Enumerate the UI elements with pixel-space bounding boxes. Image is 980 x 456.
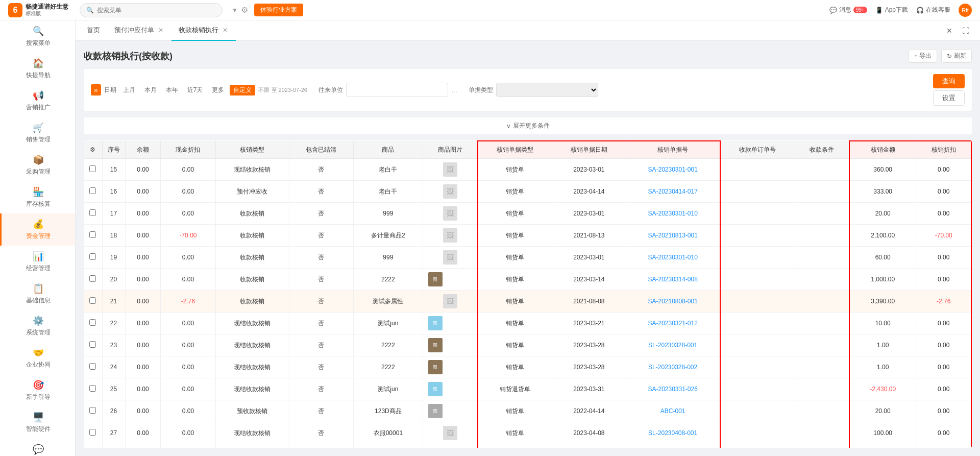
cell-bill-no[interactable]: SL-20230418-001	[626, 444, 720, 448]
row-checkbox[interactable]	[89, 187, 96, 194]
sidebar-item-sales[interactable]: 🛒 销售管理	[0, 117, 75, 149]
cell-bill-no[interactable]: SA-20230331-026	[626, 378, 720, 400]
bill-no-link[interactable]: SA-20230301-001	[648, 166, 697, 173]
date-btn-7days[interactable]: 近7天	[184, 85, 207, 95]
cell-checkbox[interactable]	[84, 313, 102, 334]
col-settings[interactable]: ⚙	[84, 141, 102, 159]
bill-no-link[interactable]: SL-20230328-001	[648, 342, 697, 349]
row-checkbox[interactable]	[89, 341, 96, 348]
cell-bill-no[interactable]: SA-20230301-010	[626, 203, 720, 225]
sidebar-item-quicknav[interactable]: 🏠 快捷导航	[0, 53, 75, 85]
dropdown-arrow[interactable]: ▼	[232, 7, 238, 14]
row-checkbox[interactable]	[89, 363, 96, 370]
bill-no-link[interactable]: SA-20230331-026	[648, 386, 697, 393]
cell-bill-no[interactable]: SA-20230314-008	[626, 269, 720, 291]
cell-bill-no[interactable]: ABC-001	[626, 400, 720, 422]
row-checkbox[interactable]	[89, 429, 96, 436]
sidebar-item-finance[interactable]: 💰 资金管理	[0, 213, 75, 246]
setting-btn[interactable]: 设置	[933, 90, 965, 106]
cell-checkbox[interactable]	[84, 444, 102, 448]
cell-bill-no[interactable]: SL-20230328-002	[626, 356, 720, 378]
tab-home[interactable]: 首页	[80, 20, 107, 41]
sidebar-item-hardware[interactable]: 🖥️ 智能硬件	[0, 406, 75, 439]
cell-bill-no[interactable]: SA-20230301-010	[626, 247, 720, 269]
sidebar-item-basic[interactable]: 📋 基础信息	[0, 278, 75, 310]
cell-checkbox[interactable]	[84, 356, 102, 378]
row-checkbox[interactable]	[89, 275, 96, 282]
sidebar-item-search[interactable]: 🔍 搜索菜单	[0, 20, 75, 53]
industry-btn[interactable]: 休验行业方案	[254, 4, 303, 16]
cell-bill-no[interactable]: SA-20210813-001	[626, 225, 720, 247]
cell-checkbox[interactable]	[84, 203, 102, 225]
user-avatar[interactable]: Rit	[959, 4, 972, 17]
bill-no-link[interactable]: SA-20230301-010	[648, 254, 697, 261]
sidebar-item-wechat[interactable]: 💬 企业微信	[0, 439, 75, 456]
message-btn[interactable]: 💬 消息 99+	[829, 6, 867, 14]
cell-checkbox[interactable]	[84, 181, 102, 203]
sidebar-item-guide[interactable]: 🎯 新手引导	[0, 374, 75, 406]
search-box[interactable]: 🔍	[80, 3, 223, 17]
date-btn-more[interactable]: 更多	[208, 85, 228, 95]
row-checkbox[interactable]	[89, 297, 96, 304]
cell-bill-no[interactable]: SA-20230321-012	[626, 313, 720, 334]
sidebar-item-marketing[interactable]: 📢 营销推广	[0, 85, 75, 117]
bill-type-select[interactable]	[496, 83, 598, 97]
settings-icon[interactable]: ⚙	[90, 146, 95, 153]
row-checkbox[interactable]	[89, 165, 96, 172]
cell-bill-no[interactable]: SA-20210808-001	[626, 291, 720, 313]
row-checkbox[interactable]	[89, 253, 96, 260]
cell-checkbox[interactable]	[84, 225, 102, 247]
row-checkbox[interactable]	[89, 407, 96, 414]
sidebar-item-system[interactable]: ⚙️ 系统管理	[0, 310, 75, 342]
cell-bill-no[interactable]: SL-20230328-001	[626, 334, 720, 356]
cell-checkbox[interactable]	[84, 378, 102, 400]
row-checkbox[interactable]	[89, 209, 96, 216]
sidebar-item-purchase[interactable]: 📦 采购管理	[0, 149, 75, 181]
cell-checkbox[interactable]	[84, 334, 102, 356]
tab-collection-close[interactable]: ✕	[222, 26, 229, 35]
tab-close-btn[interactable]: ✕	[943, 25, 955, 37]
expand-more-btn[interactable]: ∨ 展开更多条件	[501, 119, 555, 132]
partner-ellipsis[interactable]: ...	[451, 86, 457, 94]
settings-gear-icon[interactable]: ⚙	[241, 5, 248, 15]
search-input[interactable]	[97, 7, 216, 14]
date-btn-last-month[interactable]: 上月	[119, 85, 139, 95]
query-btn[interactable]: 查询	[933, 74, 965, 88]
export-btn[interactable]: ↑ 导出	[909, 49, 937, 63]
cell-bill-no[interactable]: SL-20230408-001	[626, 422, 720, 444]
partner-input[interactable]	[346, 83, 448, 97]
bill-no-link[interactable]: SA-20210808-001	[648, 298, 697, 305]
tab-restore-btn[interactable]: ⛶	[960, 25, 972, 37]
bill-no-link[interactable]: SA-20230301-010	[648, 210, 697, 217]
bill-no-link[interactable]: ABC-001	[660, 407, 685, 415]
cell-checkbox[interactable]	[84, 422, 102, 444]
filter-toggle-btn[interactable]: »	[91, 84, 101, 95]
date-btn-this-month[interactable]: 本月	[141, 85, 160, 95]
bill-no-link[interactable]: SL-20230408-001	[648, 429, 697, 437]
cell-bill-no[interactable]: SA-20230414-017	[626, 181, 720, 203]
date-btn-this-year[interactable]: 本年	[162, 85, 182, 95]
bill-no-link[interactable]: SA-20210813-001	[648, 232, 697, 239]
cell-checkbox[interactable]	[84, 291, 102, 313]
row-checkbox[interactable]	[89, 319, 96, 326]
cell-bill-no[interactable]: SA-20230301-001	[626, 159, 720, 181]
online-service-btn[interactable]: 🎧 在线客服	[916, 6, 950, 14]
app-download-btn[interactable]: 📱 App下载	[875, 6, 908, 14]
cell-checkbox[interactable]	[84, 159, 102, 181]
cell-checkbox[interactable]	[84, 269, 102, 291]
row-checkbox[interactable]	[89, 231, 96, 238]
sidebar-item-inventory[interactable]: 🏪 库存核算	[0, 181, 75, 213]
tab-collection[interactable]: 收款核销执行 ✕	[172, 20, 236, 41]
bill-no-link[interactable]: SL-20230328-002	[648, 364, 697, 371]
tab-prepay-close[interactable]: ✕	[157, 26, 164, 35]
bill-no-link[interactable]: SA-20230321-012	[648, 320, 697, 327]
sidebar-item-collab[interactable]: 🤝 企业协同	[0, 342, 75, 374]
cell-checkbox[interactable]	[84, 400, 102, 422]
sidebar-item-business[interactable]: 📊 经营管理	[0, 246, 75, 278]
cell-checkbox[interactable]	[84, 247, 102, 269]
tab-prepay[interactable]: 预付冲应付单 ✕	[107, 20, 172, 41]
bill-no-link[interactable]: SA-20230414-017	[648, 188, 697, 195]
row-checkbox[interactable]	[89, 385, 96, 392]
bill-no-link[interactable]: SA-20230314-008	[648, 276, 697, 283]
date-btn-custom[interactable]: 自定义	[230, 85, 255, 95]
